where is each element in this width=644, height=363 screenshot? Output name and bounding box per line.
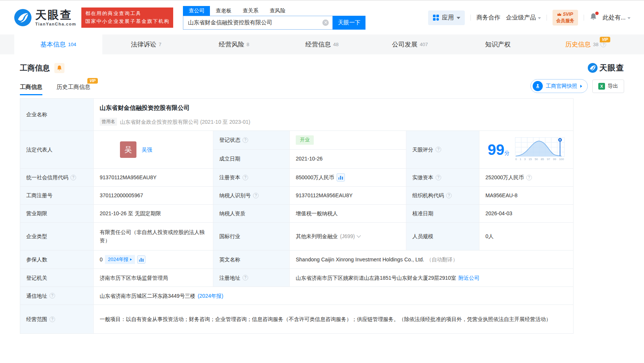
help-icon[interactable]: ? xyxy=(243,175,248,180)
divider xyxy=(547,15,547,21)
chevron-down-icon xyxy=(628,17,631,19)
tab-history-info[interactable]: 历史信息 38 ? VIP xyxy=(542,34,630,54)
subscribe-bell-button[interactable] xyxy=(54,63,64,73)
watermark-logo: 天眼查 xyxy=(588,63,624,73)
field-label-reg-status: 登记状态 ? xyxy=(213,131,290,149)
search-input[interactable] xyxy=(183,16,332,30)
tab-label: 经营信息 xyxy=(306,40,331,49)
search-tab-company[interactable]: 查公司 xyxy=(183,6,210,16)
industry-code: (J699) xyxy=(340,232,355,240)
industry-value: 其他未列明金融业 xyxy=(296,232,338,240)
taxpayer-quality-value: 增值税一般纳税人 xyxy=(290,205,406,222)
help-icon[interactable]: ? xyxy=(526,175,532,180)
crown-icon xyxy=(557,12,562,16)
help-icon[interactable]: ? xyxy=(436,175,441,180)
tab-count: 407 xyxy=(420,42,428,47)
reg-authority-value: 济南市历下区市场监督管理局 xyxy=(94,269,213,286)
main-content: 工商信息 天眼查 工商信息 历史工商信息 VIP xyxy=(0,63,644,334)
reg-capital-value: 850000万人民币 xyxy=(296,173,334,182)
table-row: 通信地址 ? 山东省济南市历城区二环东路3449号三楼 (2024年报) xyxy=(20,287,573,305)
tab-intellectual-property[interactable]: 知识产权 xyxy=(454,34,542,54)
table-row: 营业期限 2021-10-26 至 无固定期限 纳税人资质 增值税一般纳税人 核… xyxy=(20,205,573,223)
score-unit: 分 xyxy=(505,150,510,156)
tab-label: 基本信息 xyxy=(40,40,66,49)
field-label-company-type: 企业类型 xyxy=(20,223,94,250)
chevron-down-icon xyxy=(538,17,541,19)
tianyancha-logo[interactable]: 天眼查 TianYanCha.com xyxy=(14,9,76,26)
staff-size-value: 0人 xyxy=(479,223,573,250)
export-label: 导出 xyxy=(608,83,618,90)
company-name[interactable]: 山东省财金信融投资控股有限公司 xyxy=(100,103,190,113)
search-tab-risk[interactable]: 查风险 xyxy=(264,6,291,16)
apps-menu-button[interactable]: 应用 xyxy=(428,10,465,25)
insured-count: 0 xyxy=(100,255,103,264)
slogan-line2: 国家中小企业发展子基金旗下机构 xyxy=(85,18,169,26)
field-label-org-code: 组织机构代码 ? xyxy=(406,187,479,204)
table-row: 企业类型 有限责任公司（非自然人投资或控股的法人独资） 国标行业 其他未列明金融… xyxy=(20,223,573,250)
table-row: 企业名称 山东省财金信融投资控股有限公司 曾用名 山东省财金政企投资控股有限公司… xyxy=(20,99,573,131)
subtab-label: 历史工商信息 xyxy=(57,84,90,90)
former-name-badge: 曾用名 xyxy=(100,118,117,126)
help-icon[interactable]: ? xyxy=(436,147,441,152)
avatar[interactable]: 吴 xyxy=(120,141,136,158)
field-label-uscc: 统一社会信用代码 ? xyxy=(20,169,94,186)
help-icon[interactable]: ? xyxy=(243,137,248,143)
tab-basic-info[interactable]: 基本信息 104 xyxy=(14,34,102,54)
help-icon[interactable]: ? xyxy=(49,316,55,322)
help-icon[interactable]: ? xyxy=(243,275,248,280)
snapshot-label: 工商官网快照 xyxy=(546,83,577,90)
nav-business-coop[interactable]: 商务合作 xyxy=(476,14,500,22)
label-text: 统一社会信用代码 xyxy=(26,173,68,182)
chevron-down-icon[interactable] xyxy=(356,233,361,237)
insured-chart-icon[interactable] xyxy=(137,255,145,264)
field-label-legal-rep: 法定代表人 xyxy=(20,131,94,168)
help-icon[interactable]: ? xyxy=(446,193,452,198)
official-snapshot-button[interactable]: 工商官网快照 xyxy=(530,79,588,93)
help-icon[interactable]: ? xyxy=(601,42,606,47)
business-scope-value: 一般项目：以自有资金从事投资活动；财务咨询；企业管理咨询；信息咨询服务（不含许可… xyxy=(94,305,573,333)
export-button[interactable]: X 导出 xyxy=(592,80,624,93)
label-text: 注册地址 xyxy=(219,274,240,282)
mail-address-report-link[interactable]: (2024年报) xyxy=(198,292,223,300)
tab-operating-risk[interactable]: 经营风险 8 xyxy=(190,34,278,54)
annual-report-badge[interactable]: 2024年报 xyxy=(105,255,135,264)
chevron-down-icon xyxy=(457,17,460,19)
logo-text: 天眼查 xyxy=(35,9,76,21)
apps-grid-icon xyxy=(433,14,439,21)
nearby-companies-link[interactable]: 附近公司 xyxy=(458,274,479,282)
label-text: 登记状态 xyxy=(219,136,240,144)
tab-legal-litigation[interactable]: 法律诉讼 7 xyxy=(102,34,190,54)
svip-member-button[interactable]: SVIP 会员服务 xyxy=(553,10,578,26)
notification-dot xyxy=(595,12,599,15)
search-button[interactable]: 天眼一下 xyxy=(332,16,365,30)
subtab-business-registration[interactable]: 工商信息 xyxy=(20,84,42,95)
search-tab-boss[interactable]: 查老板 xyxy=(210,6,237,16)
label-text: 组织机构代码 xyxy=(412,191,444,200)
field-label-reg-address: 注册地址 ? xyxy=(213,269,290,286)
clear-search-icon[interactable]: ✕ xyxy=(322,20,329,26)
capital-chart-icon[interactable] xyxy=(337,173,345,182)
mail-address-value: 山东省济南市历城区二环东路3449号三楼 xyxy=(100,292,195,300)
field-label-company-name: 企业名称 xyxy=(20,99,94,130)
user-menu[interactable]: 此处有... xyxy=(603,14,631,22)
reg-number-value: 370112000005967 xyxy=(94,187,213,204)
tab-label: 公司发展 xyxy=(392,40,418,49)
notifications-button[interactable] xyxy=(590,13,597,22)
field-label-reg-capital: 注册资本 ? xyxy=(213,169,290,186)
legal-rep-link[interactable]: 吴强 xyxy=(142,146,152,154)
nav-enterprise-products[interactable]: 企业级产品 xyxy=(506,14,541,22)
field-label-approval-date: 核准日期 xyxy=(406,205,479,222)
subtab-history-registration[interactable]: 历史工商信息 VIP xyxy=(57,84,90,95)
table-row: 参保人数 0 2024年报 英文名称 Shandong Caijin Xinro… xyxy=(20,250,573,269)
search-tab-relation[interactable]: 查关系 xyxy=(237,6,264,16)
tianyancha-logo-icon xyxy=(588,63,598,73)
table-row: 经营范围 ? 一般项目：以自有资金从事投资活动；财务咨询；企业管理咨询；信息咨询… xyxy=(20,305,573,334)
tianyan-score: 99 xyxy=(488,141,505,158)
top-bar: 天眼查 TianYanCha.com 都在用的商业查询工具 国家中小企业发展子基… xyxy=(0,0,644,34)
help-icon[interactable]: ? xyxy=(253,193,259,198)
help-icon[interactable]: ? xyxy=(49,293,55,298)
help-icon[interactable]: ? xyxy=(70,175,76,180)
table-row: 登记机关 济南市历下区市场监督管理局 注册地址 ? 山东省济南市历下区姚家街道山… xyxy=(20,269,573,287)
tab-company-development[interactable]: 公司发展 407 xyxy=(366,34,454,54)
tab-business-info[interactable]: 经营信息 48 xyxy=(278,34,366,54)
